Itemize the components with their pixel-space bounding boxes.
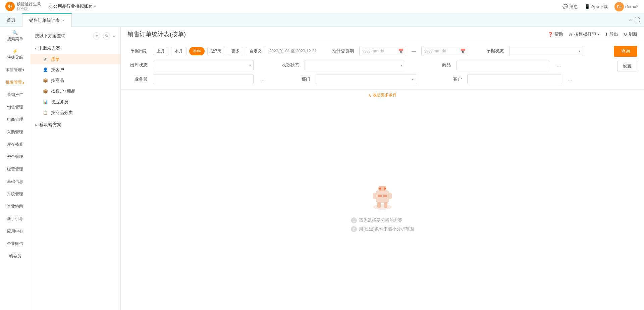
settings-button[interactable]: 设置 bbox=[617, 61, 637, 71]
quick-nav-icon: ⚡ bbox=[12, 49, 18, 54]
svg-rect-5 bbox=[373, 193, 376, 199]
collapse-panel-button[interactable]: « bbox=[113, 33, 116, 39]
salesman-input[interactable] bbox=[153, 74, 254, 84]
search-button[interactable]: 查询 bbox=[614, 46, 637, 57]
window-maximize-icon[interactable]: ⛶ bbox=[635, 17, 640, 23]
tree-pc-section: ▾ 电脑端方案 ◉ 按单 👤 按客户 📦 按商品 📦 按客户+商品 bbox=[30, 43, 120, 118]
sidebar-item-marketing[interactable]: 营销推广 bbox=[0, 89, 30, 101]
tab-home-label: 首页 bbox=[7, 17, 15, 23]
collapse-bar[interactable]: ∧ 收起更多条件 bbox=[121, 89, 644, 101]
collapse-bar-label: 收起更多条件 bbox=[373, 92, 397, 98]
logo-name: 畅捷通好生意 bbox=[17, 2, 41, 6]
tab-home[interactable]: 首页 bbox=[0, 13, 22, 27]
refresh-button[interactable]: ↻ 刷新 bbox=[624, 31, 637, 37]
export-button[interactable]: ⬇ 导出 bbox=[604, 31, 618, 37]
date-btn-this-year[interactable]: 本年 bbox=[189, 47, 205, 55]
sidebar-item-purchase[interactable]: 采购管理 bbox=[0, 126, 30, 138]
filter-row-1: 单据日期 上月 本月 本年 近7天 更多 自定义 2023-01-01 至 20… bbox=[127, 46, 602, 56]
customer-input[interactable] bbox=[467, 74, 561, 84]
goods-more-btn[interactable]: … bbox=[557, 63, 561, 68]
date-btn-more[interactable]: 更多 bbox=[228, 47, 243, 55]
sidebar-item-corp-wechat[interactable]: 企业微信 bbox=[0, 238, 30, 250]
salesman-more-btn[interactable]: … bbox=[260, 77, 265, 82]
tree-item-by-salesman[interactable]: 📊 按业务员 bbox=[30, 97, 120, 107]
tab-close-icon[interactable]: × bbox=[62, 18, 65, 23]
sidebar-item-ecommerce[interactable]: 电商管理 bbox=[0, 113, 30, 126]
message-label: 消息 bbox=[569, 4, 578, 10]
sidebar-item-appcenter-label: 应用中心 bbox=[7, 228, 23, 234]
goods-input[interactable] bbox=[456, 60, 550, 70]
add-scheme-button[interactable]: + bbox=[93, 32, 100, 40]
customer-label: 客户 bbox=[442, 76, 462, 82]
expected-date-to-input[interactable] bbox=[421, 46, 468, 56]
sidebar-item-search[interactable]: 🔍 搜索菜单 bbox=[0, 27, 30, 45]
sidebar-item-basic-info[interactable]: 基础信息 bbox=[0, 175, 30, 188]
sidebar-item-retail[interactable]: 零售管理 ▾ bbox=[0, 64, 30, 76]
tab-sales-order-stats[interactable]: 销售订单统计表 × bbox=[22, 13, 72, 27]
sidebar-item-operations[interactable]: 经营管理 bbox=[0, 163, 30, 175]
retail-arrow-icon: ▾ bbox=[22, 68, 24, 72]
tree-mobile-section: ▶ 移动端方案 bbox=[30, 119, 120, 130]
goods-label: 商品 bbox=[431, 62, 451, 68]
breadcrumb-arrow-icon[interactable]: ▾ bbox=[94, 4, 96, 9]
payment-status-wrap: ▾ bbox=[305, 60, 405, 70]
date-btn-this-month[interactable]: 本月 bbox=[171, 47, 186, 55]
template-print-label: 按模板打印 bbox=[574, 31, 596, 37]
tree-mobile-parent[interactable]: ▶ 移动端方案 bbox=[30, 119, 120, 130]
help-button[interactable]: ❓ 帮助 bbox=[548, 31, 563, 37]
wholesale-arrow-icon: ▴ bbox=[22, 81, 24, 84]
tree-item-by-goods[interactable]: 📦 按商品 bbox=[30, 75, 120, 86]
date-btn-custom[interactable]: 自定义 bbox=[246, 47, 265, 55]
export-icon: ⬇ bbox=[604, 32, 608, 37]
dept-label: 部门 bbox=[290, 76, 310, 82]
sidebar-item-wholesale-label: 批发管理 bbox=[6, 80, 22, 85]
user-profile[interactable]: Ea demo2 bbox=[614, 2, 639, 11]
sidebar-item-system[interactable]: 系统管理 bbox=[0, 188, 30, 200]
sidebar-item-app-center[interactable]: 应用中心 bbox=[0, 225, 30, 238]
customer-more-btn[interactable]: … bbox=[568, 77, 572, 82]
sidebar-item-finance[interactable]: 资金管理 bbox=[0, 151, 30, 163]
tree-item-by-order[interactable]: ◉ 按单 bbox=[30, 54, 120, 64]
template-print-button[interactable]: 🖨 按模板打印 ▾ bbox=[569, 31, 599, 37]
payment-status-select[interactable] bbox=[305, 60, 405, 70]
status-select[interactable] bbox=[509, 46, 583, 56]
window-close-icon[interactable]: × bbox=[629, 17, 632, 23]
filter-fields: 单据日期 上月 本月 本年 近7天 更多 自定义 2023-01-01 至 20… bbox=[127, 46, 602, 84]
expected-date-from-input[interactable] bbox=[359, 46, 406, 56]
svg-rect-7 bbox=[377, 202, 381, 208]
sidebar-item-operations-label: 经营管理 bbox=[7, 166, 23, 172]
sidebar-item-sales[interactable]: 销售管理 bbox=[0, 101, 30, 113]
edit-scheme-button[interactable]: ✎ bbox=[103, 32, 110, 40]
tip-num-2: 2 bbox=[351, 226, 357, 232]
sidebar-item-wholesale[interactable]: 批发管理 ▴ bbox=[0, 76, 30, 89]
svg-rect-9 bbox=[378, 195, 382, 197]
print-arrow-icon: ▾ bbox=[597, 33, 599, 36]
tree-pc-label: 电脑端方案 bbox=[39, 45, 60, 51]
tree-item-by-customer[interactable]: 👤 按客户 bbox=[30, 64, 120, 75]
empty-state: 1 请先选择要分析的方案 2 用[过滤]条件来缩小分析范围 bbox=[121, 101, 644, 310]
by-customer-icon: 👤 bbox=[42, 67, 48, 73]
date-btn-7days[interactable]: 近7天 bbox=[207, 47, 225, 55]
sidebar-item-retail-label: 零售管理 bbox=[6, 67, 22, 73]
refresh-icon: ↻ bbox=[624, 32, 627, 37]
sidebar-item-member[interactable]: 畅会员 bbox=[0, 250, 30, 262]
date-btn-last-month[interactable]: 上月 bbox=[153, 47, 168, 55]
out-status-select[interactable] bbox=[153, 60, 254, 70]
sidebar-item-quick-nav[interactable]: ⚡ 快捷导航 bbox=[0, 45, 30, 64]
app-download-button[interactable]: 📱 App下载 bbox=[585, 4, 608, 10]
top-bar: 好 畅捷通好生意 标准版 办公用品行业模拟账套 ▾ 💬 消息 📱 App下载 E… bbox=[0, 0, 644, 13]
dept-select[interactable] bbox=[316, 74, 416, 84]
sidebar-item-inventory[interactable]: 库存核算 bbox=[0, 138, 30, 151]
help-icon: ❓ bbox=[548, 32, 553, 37]
sidebar-item-system-label: 系统管理 bbox=[7, 191, 23, 197]
tree-pc-parent[interactable]: ▾ 电脑端方案 bbox=[30, 43, 120, 54]
sidebar-item-corp-coop[interactable]: 企业协同 bbox=[0, 200, 30, 213]
tree-item-by-customer-goods[interactable]: 📦 按客户+商品 bbox=[30, 86, 120, 97]
tree-item-by-category[interactable]: 📋 按商品分类 bbox=[30, 107, 120, 118]
message-button[interactable]: 💬 消息 bbox=[562, 4, 578, 10]
refresh-label: 刷新 bbox=[629, 31, 637, 37]
sidebar: 🔍 搜索菜单 ⚡ 快捷导航 零售管理 ▾ 批发管理 ▴ 营销推广 销售管理 电商… bbox=[0, 27, 30, 310]
expected-date-label: 预计交货期 bbox=[332, 48, 354, 54]
sidebar-item-newcomer[interactable]: 新手引导 bbox=[0, 213, 30, 225]
date-label: 单据日期 bbox=[127, 48, 148, 54]
